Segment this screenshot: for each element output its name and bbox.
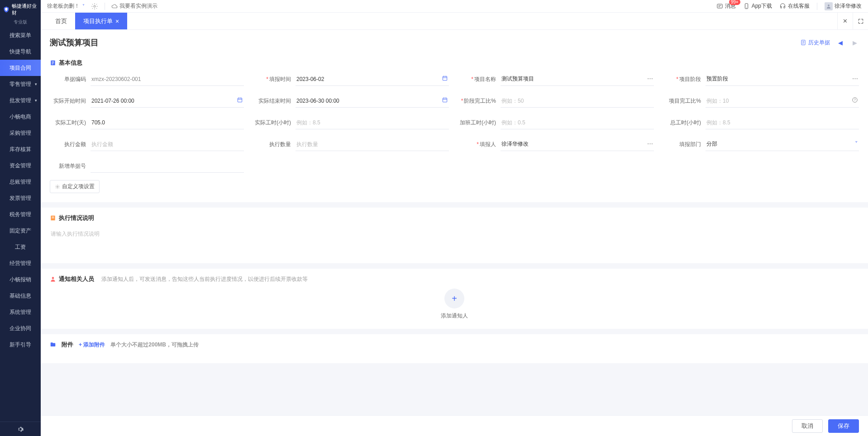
sidebar-item-10[interactable]: 发票管理 [0, 190, 41, 206]
sidebar-item-label: 快捷导航 [10, 48, 31, 56]
more-icon[interactable]: ⋯ [647, 75, 653, 82]
avatar [825, 2, 833, 10]
project-name-input[interactable] [501, 72, 654, 86]
tab-home[interactable]: 首页 [47, 13, 75, 29]
project-pct-input[interactable] [706, 94, 859, 108]
sidebar-item-15[interactable]: 小畅报销 [0, 271, 41, 288]
settings-icon[interactable] [91, 3, 98, 10]
tabs-close-button[interactable]: ✕ [837, 13, 853, 29]
tab-project-execution[interactable]: 项目执行单 × [75, 13, 127, 29]
sidebar-item-13[interactable]: 工资 [0, 239, 41, 255]
document-icon [800, 39, 806, 46]
next-doc-button[interactable]: ▶ [851, 38, 859, 47]
messages-link[interactable]: 消息 99+ [716, 2, 736, 10]
fill-dept-input[interactable] [706, 137, 859, 151]
sidebar-item-label: 库存核算 [10, 146, 31, 153]
total-hours-input[interactable] [706, 116, 859, 129]
sidebar-item-17[interactable]: 系统管理 [0, 304, 41, 320]
sidebar-item-1[interactable]: 快捷导航 [0, 43, 41, 60]
new-doc-no-input[interactable] [91, 159, 244, 173]
sidebar-item-9[interactable]: 总账管理 [0, 174, 41, 190]
sidebar-item-19[interactable]: 新手引导 [0, 336, 41, 353]
gear-icon [17, 426, 24, 433]
sidebar-item-2[interactable]: 项目合同 [0, 60, 41, 76]
sidebar-settings[interactable] [0, 422, 41, 436]
svg-rect-7 [443, 76, 447, 81]
tenant-name: 徐老板勿删！ [47, 2, 80, 10]
sidebar-item-18[interactable]: 企业协同 [0, 320, 41, 336]
field-project-pct: 项目完工比% ? [665, 94, 859, 108]
svg-point-3 [746, 8, 747, 8]
sidebar: 畅捷通好业财 专业版 搜索菜单快捷导航项目合同零售管理▾批发管理▾小畅电商采购管… [0, 0, 41, 436]
calendar-icon[interactable] [442, 97, 448, 104]
project-stage-input[interactable] [706, 72, 859, 86]
exec-amount-input[interactable] [91, 137, 244, 151]
fill-date-input[interactable] [296, 72, 449, 86]
sidebar-item-4[interactable]: 批发管理▾ [0, 92, 41, 109]
actual-start-input[interactable] [91, 94, 244, 108]
add-person-button[interactable]: + [444, 289, 464, 308]
sidebar-item-14[interactable]: 经营管理 [0, 255, 41, 271]
caret-down-icon: ▾ [35, 82, 37, 86]
add-person-label: 添加通知人 [441, 312, 468, 320]
message-icon [716, 3, 723, 9]
custom-fields-button[interactable]: 自定义项设置 [50, 180, 100, 193]
field-doc-code: 单据编码 [50, 72, 244, 86]
section-basic-title: 基本信息 [50, 59, 859, 67]
actual-days-input[interactable] [91, 116, 244, 129]
add-attachment-link[interactable]: + 添加附件 [79, 341, 105, 349]
sidebar-item-5[interactable]: 小畅电商 [0, 109, 41, 125]
folder-icon [50, 341, 56, 348]
sidebar-item-label: 零售管理 [10, 81, 31, 88]
save-button[interactable]: 保存 [828, 419, 859, 433]
field-fill-dept: 填报部门 ˅ [665, 137, 859, 151]
sidebar-item-3[interactable]: 零售管理▾ [0, 76, 41, 92]
filler-input[interactable] [501, 137, 654, 151]
status-textarea[interactable] [50, 227, 859, 253]
actual-end-input[interactable] [296, 94, 449, 108]
svg-point-12 [57, 186, 58, 187]
history-link[interactable]: 历史单据 [800, 39, 830, 47]
app-download-link[interactable]: App下载 [743, 2, 772, 10]
separator [817, 3, 817, 10]
sidebar-item-11[interactable]: 税务管理 [0, 206, 41, 223]
field-ot-hours: 加班工时(小时) [460, 116, 654, 129]
sidebar-item-0[interactable]: 搜索菜单 [0, 27, 41, 43]
calendar-icon[interactable] [442, 75, 448, 83]
sidebar-item-label: 项目合同 [10, 64, 31, 72]
calendar-icon[interactable] [237, 97, 243, 104]
actual-hours-input[interactable] [296, 116, 449, 129]
ot-hours-input[interactable] [501, 116, 654, 129]
user-menu[interactable]: 徐泽华修改 [825, 2, 862, 10]
field-actual-hours: 实际工时(小时) [255, 116, 449, 129]
basic-info-card: 基本信息 单据编码 *填报时间 *项目名称 [41, 52, 868, 202]
svg-rect-9 [443, 98, 447, 102]
more-icon[interactable]: ⋯ [852, 75, 858, 82]
headset-icon [779, 3, 786, 9]
online-service-link[interactable]: 在线客服 [779, 2, 810, 10]
stage-pct-input[interactable] [501, 94, 654, 108]
prev-doc-button[interactable]: ◀ [836, 38, 844, 47]
chevron-down-icon[interactable]: ˅ [855, 140, 858, 147]
svg-rect-1 [717, 4, 722, 8]
sidebar-item-7[interactable]: 库存核算 [0, 141, 41, 157]
sidebar-item-6[interactable]: 采购管理 [0, 125, 41, 141]
more-icon[interactable]: ⋯ [647, 140, 653, 147]
caret-down-icon: ▾ [35, 98, 37, 103]
help-icon[interactable]: ? [852, 97, 858, 104]
gear-icon [55, 184, 60, 190]
demo-link[interactable]: 我要看实例演示 [111, 2, 157, 10]
username: 徐泽华修改 [835, 2, 862, 10]
sidebar-item-12[interactable]: 固定资产 [0, 223, 41, 239]
messages-badge: 99+ [729, 0, 740, 5]
exec-qty-input[interactable] [296, 137, 449, 151]
close-icon[interactable]: × [115, 18, 119, 24]
sidebar-item-16[interactable]: 基础信息 [0, 288, 41, 304]
sidebar-item-label: 税务管理 [10, 211, 31, 218]
doc-code-input[interactable] [91, 72, 244, 86]
tenant-selector[interactable]: 徐老板勿删！ ˅ [47, 2, 85, 10]
cancel-button[interactable]: 取消 [792, 419, 823, 433]
people-icon [50, 276, 56, 282]
tabs-expand-button[interactable] [853, 13, 868, 29]
sidebar-item-8[interactable]: 资金管理 [0, 157, 41, 174]
